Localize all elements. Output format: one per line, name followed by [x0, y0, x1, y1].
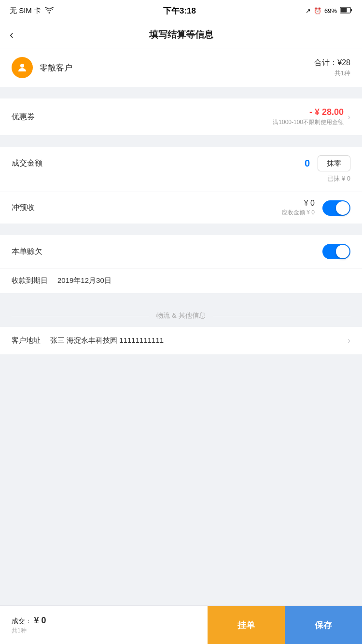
- back-button[interactable]: ‹: [10, 28, 14, 42]
- duedate-label: 收款到期日: [12, 276, 48, 285]
- advance-main: ¥ 0: [282, 199, 315, 208]
- duedate-value: 2019年12月30日: [57, 276, 111, 285]
- status-time: 下午3:18: [163, 5, 196, 16]
- coupon-section[interactable]: 优惠券 - ¥ 28.00 满1000-100不限制使用金额 ›: [0, 98, 362, 135]
- coupon-discount: - ¥ 28.00: [273, 107, 344, 117]
- customer-right: 合计：¥28 共1种: [314, 58, 350, 78]
- customer-count: 共1种: [314, 69, 350, 78]
- already-erased: 已抹 ¥ 0: [12, 174, 350, 188]
- transaction-section: 成交金额 0 抹零 已抹 ¥ 0 冲预收 ¥ 0 应收金额 ¥ 0: [0, 147, 362, 224]
- save-button[interactable]: 保存: [285, 606, 362, 644]
- svg-point-3: [20, 64, 24, 68]
- status-right: ↗ ⏰ 69%: [306, 7, 352, 15]
- advance-amounts: ¥ 0 应收金额 ¥ 0: [282, 199, 315, 217]
- address-row[interactable]: 客户地址 张三 海淀永丰科技园 11111111111 ›: [0, 327, 362, 354]
- coupon-desc: 满1000-100不限制使用金额: [273, 118, 344, 126]
- sep1: [0, 93, 362, 98]
- customer-total: 合计：¥28: [314, 58, 350, 68]
- bottom-summary: 成交： ¥ 0 共1种: [0, 616, 208, 635]
- debt-label: 本单赊欠: [12, 247, 42, 257]
- address-chevron-icon: ›: [348, 336, 350, 346]
- round-off-button[interactable]: 抹零: [318, 155, 350, 171]
- customer-left: 零散客户: [12, 57, 72, 78]
- address-label: 客户地址: [12, 336, 41, 345]
- advance-label: 冲预收: [12, 203, 35, 213]
- logistics-line-left: [12, 316, 149, 316]
- chevron-icon: ›: [348, 112, 350, 122]
- bottom-total-label: 成交：: [12, 617, 32, 625]
- coupon-row[interactable]: 优惠券 - ¥ 28.00 满1000-100不限制使用金额 ›: [0, 98, 362, 135]
- customer-section: 零散客户 合计：¥28 共1种: [0, 48, 362, 87]
- customer-name: 零散客户: [40, 62, 72, 73]
- duedate-row: 收款到期日 2019年12月30日: [0, 268, 362, 293]
- advance-row: 冲预收 ¥ 0 应收金额 ¥ 0: [0, 192, 362, 224]
- address-section[interactable]: 客户地址 张三 海淀永丰科技园 11111111111 ›: [0, 327, 362, 354]
- transaction-value[interactable]: 0: [305, 158, 310, 169]
- amount-input-wrap: 0 抹零: [305, 155, 350, 171]
- status-bar: 无 SIM 卡 下午3:18 ↗ ⏰ 69%: [0, 0, 362, 21]
- sep4: [0, 299, 362, 305]
- logistics-header: 物流 & 其他信息: [0, 305, 362, 327]
- bottom-total-row: 成交： ¥ 0: [12, 616, 196, 626]
- coupon-right: - ¥ 28.00 满1000-100不限制使用金额 ›: [273, 107, 350, 126]
- svg-rect-1: [350, 9, 352, 11]
- coupon-label: 优惠券: [12, 112, 35, 122]
- bottom-bar: 成交： ¥ 0 共1种 挂单 保存: [0, 605, 362, 644]
- alarm-icon: ⏰: [314, 7, 321, 14]
- battery-icon: [340, 7, 352, 15]
- sep2: [0, 141, 362, 147]
- nav-bar: ‹ 填写结算等信息: [0, 21, 362, 48]
- debt-row: 本单赊欠: [0, 235, 362, 268]
- logistics-text: 物流 & 其他信息: [156, 311, 205, 320]
- debt-section: 本单赊欠 收款到期日 2019年12月30日: [0, 235, 362, 293]
- debt-toggle[interactable]: [322, 244, 350, 259]
- bottom-total-amount: ¥ 0: [34, 616, 46, 625]
- logistics-line-right: [213, 316, 350, 316]
- coupon-values: - ¥ 28.00 满1000-100不限制使用金额: [273, 107, 344, 126]
- transaction-label: 成交金额: [12, 158, 42, 168]
- amount-section: 成交金额 0 抹零 已抹 ¥ 0: [0, 147, 362, 192]
- bottom-count: 共1种: [12, 627, 196, 635]
- location-icon: ↗: [306, 7, 311, 14]
- advance-right: ¥ 0 应收金额 ¥ 0: [282, 199, 350, 217]
- advance-toggle[interactable]: [322, 200, 350, 216]
- customer-row: 零散客户 合计：¥28 共1种: [0, 48, 362, 87]
- sep3: [0, 229, 362, 235]
- content: 零散客户 合计：¥28 共1种 优惠券 - ¥ 28.00 满1000-100不…: [0, 48, 362, 408]
- amount-row: 成交金额 0 抹零: [12, 155, 350, 171]
- page-title: 填写结算等信息: [149, 28, 213, 41]
- address-value: 张三 海淀永丰科技园 11111111111: [50, 336, 348, 345]
- status-left: 无 SIM 卡: [10, 6, 54, 15]
- hold-button[interactable]: 挂单: [208, 606, 285, 644]
- toggle-thumb-debt: [336, 245, 349, 258]
- avatar: [12, 57, 33, 78]
- advance-sub: 应收金额 ¥ 0: [282, 209, 315, 217]
- wifi-icon: [45, 7, 54, 15]
- no-sim-text: 无 SIM 卡: [10, 6, 41, 15]
- toggle-thumb: [336, 201, 349, 215]
- svg-rect-2: [340, 8, 347, 12]
- battery-text: 69%: [324, 7, 337, 14]
